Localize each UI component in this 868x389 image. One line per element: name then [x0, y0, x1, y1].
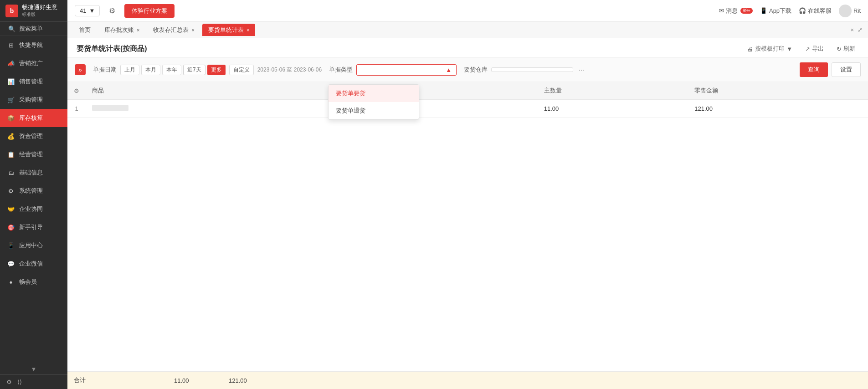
date-this-year-btn[interactable]: 本年: [162, 65, 181, 75]
vip-icon: ♦: [6, 277, 15, 287]
sidebar-item-purchase[interactable]: 🛒 采购管理: [0, 91, 67, 109]
date-preset-buttons: 上月 本月 本年 近7天 更多: [120, 65, 226, 75]
footer-amount: 121.00: [229, 377, 283, 384]
top-header: 41 ▼ ⚙ 体验行业方案 ✉ 消息 99+ 📱 App下载 🎧 在线客服 R: [67, 0, 868, 22]
sidebar-item-sales[interactable]: 📊 销售管理: [0, 72, 67, 91]
basic-info-icon: 🗂: [6, 168, 15, 177]
sidebar-item-collab[interactable]: 🤝 企业协同: [0, 200, 67, 218]
tab-home[interactable]: 首页: [73, 24, 97, 36]
export-button[interactable]: ↗ 导出: [801, 43, 827, 55]
sidebar-item-app-center[interactable]: 📱 应用中心: [0, 236, 67, 255]
warehouse-input[interactable]: [491, 67, 573, 72]
tab-batch-account-close[interactable]: ×: [137, 27, 139, 33]
store-dropdown-icon: ▼: [89, 7, 95, 14]
search-menu-item[interactable]: 🔍 搜索菜单: [0, 22, 67, 36]
refresh-button[interactable]: ↻ 刷新: [833, 43, 859, 55]
user-name: Rit: [853, 7, 861, 14]
header-gear-button[interactable]: ⚙: [105, 5, 119, 17]
col-settings-header[interactable]: ⚙: [67, 82, 86, 100]
collab-icon: 🤝: [6, 205, 15, 214]
sidebar-item-basic-info[interactable]: 🗂 基础信息: [0, 164, 67, 182]
tab-collect-summary-close[interactable]: ×: [191, 27, 194, 33]
marketing-icon: 📣: [6, 59, 15, 68]
date-this-month-btn[interactable]: 本月: [141, 65, 160, 75]
page-title-bar: 要货单统计表(按商品) 🖨 按模板打印 ▼ ↗ 导出 ↻ 刷新: [67, 38, 868, 58]
avatar: [839, 5, 852, 17]
sidebar-item-vip[interactable]: ♦ 畅会员: [0, 273, 67, 291]
basic-info-label: 基础信息: [19, 169, 43, 177]
header-right: ✉ 消息 99+ 📱 App下载 🎧 在线客服 Rit: [719, 5, 861, 17]
message-badge: 99+: [740, 8, 753, 14]
dropdown-item-order-goods[interactable]: 要货单要货: [329, 85, 419, 102]
tab-minimize-icon[interactable]: ×: [850, 26, 854, 33]
sidebar-item-guide[interactable]: 🎯 新手引导: [0, 218, 67, 236]
date-range-text: 2023-05-06 至 2023-06-06: [257, 66, 322, 74]
date-more-btn[interactable]: 更多: [207, 65, 226, 75]
online-service-button[interactable]: 🎧 在线客服: [799, 7, 832, 15]
sidebar-scroll-down-arrow[interactable]: ▼: [0, 364, 67, 374]
sidebar-item-marketing[interactable]: 📣 营销推广: [0, 54, 67, 72]
collab-label: 企业协同: [19, 205, 43, 213]
type-dropdown-chevron-up-icon: ▲: [446, 67, 452, 73]
warehouse-more-icon[interactable]: ···: [579, 66, 584, 73]
tab-order-stats[interactable]: 要货单统计表 ×: [202, 24, 255, 36]
app-download-button[interactable]: 📱 App下载: [760, 7, 791, 15]
dropdown-item-order-return[interactable]: 要货单退货: [329, 102, 419, 119]
message-button[interactable]: ✉ 消息 99+: [719, 7, 753, 15]
date-last-month-btn[interactable]: 上月: [120, 65, 139, 75]
sidebar-item-inventory[interactable]: 📦 库存核算: [0, 109, 67, 127]
print-dropdown-icon: ▼: [786, 46, 792, 52]
sidebar-item-quick-nav[interactable]: ⊞ 快捷导航: [0, 36, 67, 54]
sidebar-collapse-icon[interactable]: ⟨⟩: [17, 379, 22, 385]
search-menu-label: 搜索菜单: [19, 25, 43, 33]
warehouse-filter-label: 要货仓库: [464, 66, 488, 74]
print-button[interactable]: 🖨 按模板打印 ▼: [744, 43, 796, 55]
refresh-label: 刷新: [843, 45, 855, 53]
sales-icon: 📊: [6, 77, 15, 86]
sidebar-item-operations[interactable]: 📋 经营管理: [0, 145, 67, 164]
logo-icon: b: [5, 5, 18, 17]
message-icon: ✉: [719, 7, 724, 14]
vip-label: 畅会员: [19, 278, 37, 286]
table-settings-icon[interactable]: ⚙: [74, 87, 79, 94]
sidebar-item-finance[interactable]: 💰 资金管理: [0, 127, 67, 145]
date-filter-label: 单据日期: [93, 66, 117, 74]
product-placeholder-1: [92, 105, 128, 111]
date-last-7days-btn[interactable]: 近7天: [183, 65, 205, 75]
tab-maximize-icon[interactable]: ⤢: [858, 26, 863, 33]
search-icon: 🔍: [8, 26, 15, 32]
sidebar-item-system[interactable]: ⚙ 系统管理: [0, 182, 67, 200]
guide-icon: 🎯: [6, 223, 15, 232]
sidebar-item-wechat[interactable]: 💬 企业微信: [0, 255, 67, 273]
filter-expand-button[interactable]: »: [75, 64, 86, 75]
export-label: 导出: [812, 45, 824, 53]
tab-collect-summary[interactable]: 收发存汇总表 ×: [147, 24, 200, 36]
row-product-1: [86, 100, 329, 118]
tab-batch-account[interactable]: 库存批次账 ×: [98, 24, 145, 36]
header-left: 41 ▼ ⚙ 体验行业方案: [75, 4, 175, 18]
operations-label: 经营管理: [19, 150, 43, 159]
app-download-label: App下载: [769, 7, 791, 15]
tab-window-buttons: × ⤢: [850, 26, 863, 33]
trial-button[interactable]: 体验行业方案: [124, 4, 175, 18]
quick-nav-icon: ⊞: [6, 41, 15, 50]
query-button[interactable]: 查询: [800, 62, 828, 77]
tab-batch-account-label: 库存批次账: [104, 26, 134, 34]
sales-label: 销售管理: [19, 77, 43, 86]
store-selector[interactable]: 41 ▼: [75, 5, 100, 16]
column-settings-button[interactable]: 设置: [832, 62, 861, 77]
service-icon: 🎧: [799, 7, 806, 14]
user-avatar-button[interactable]: Rit: [839, 5, 861, 17]
purchase-icon: 🛒: [6, 95, 15, 104]
online-service-label: 在线客服: [808, 7, 832, 15]
date-custom-btn[interactable]: 自定义: [229, 65, 254, 75]
filter-bar: » 单据日期 上月 本月 本年 近7天 更多 自定义 2023-05-06 至 …: [67, 58, 868, 82]
col-product-header: 商品: [86, 82, 329, 100]
table-footer: 合计 11.00 121.00: [67, 371, 868, 389]
type-filter-group: 单据类型 ▲: [329, 64, 457, 76]
type-select-box[interactable]: ▲: [356, 64, 457, 76]
tab-order-stats-close[interactable]: ×: [247, 27, 249, 33]
sidebar-bottom: ⚙ ⟨⟩: [0, 374, 67, 389]
sidebar-settings-icon[interactable]: ⚙: [6, 379, 12, 385]
print-label: 按模板打印: [755, 45, 785, 53]
